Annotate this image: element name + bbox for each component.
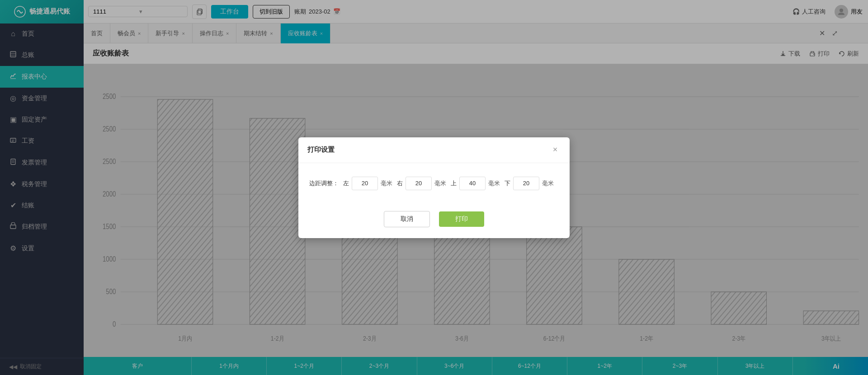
margin-bottom-input[interactable]: [513, 177, 539, 190]
margin-right-input[interactable]: [406, 177, 432, 190]
margin-top-input[interactable]: [459, 177, 486, 190]
modal-body: 边距调整： 左 毫米 右 毫米 上 毫米 下: [298, 163, 570, 204]
margin-bottom-group: 下 毫米: [505, 177, 554, 190]
modal-title: 打印设置: [307, 145, 335, 154]
margin-left-input[interactable]: [352, 177, 378, 190]
modal-close-button[interactable]: ×: [550, 145, 561, 155]
margin-right-unit: 毫米: [434, 179, 446, 188]
margin-right-label: 右: [397, 179, 403, 188]
modal-footer: 取消 打印: [298, 204, 570, 238]
margin-bottom-unit: 毫米: [542, 179, 554, 188]
margin-right-group: 右 毫米: [397, 177, 446, 190]
print-settings-modal: 打印设置 × 边距调整： 左 毫米 右 毫米 上 毫米: [298, 137, 570, 238]
margin-top-group: 上 毫米: [451, 177, 500, 190]
margin-row: 边距调整： 左 毫米 右 毫米 上 毫米 下: [309, 177, 559, 190]
margin-left-label: 左: [343, 179, 349, 188]
modal-overlay: 打印设置 × 边距调整： 左 毫米 右 毫米 上 毫米: [0, 0, 868, 375]
cancel-button[interactable]: 取消: [384, 211, 430, 227]
margin-left-unit: 毫米: [381, 179, 392, 188]
margin-bottom-label: 下: [505, 179, 510, 188]
modal-header: 打印设置 ×: [298, 137, 570, 163]
confirm-print-button[interactable]: 打印: [439, 211, 484, 227]
margin-left-group: 左 毫米: [343, 177, 392, 190]
margin-top-unit: 毫米: [488, 179, 500, 188]
margin-label: 边距调整：: [309, 179, 339, 188]
margin-top-label: 上: [451, 179, 457, 188]
